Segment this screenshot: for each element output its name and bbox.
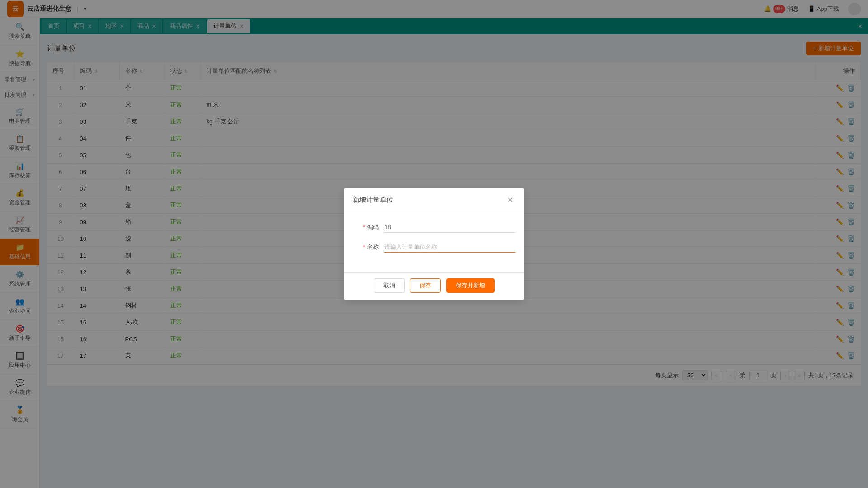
modal-overlay: 新增计量单位 ✕ *编码 *名称 取消 保存 保存并新增 <box>0 0 868 488</box>
modal-title: 新增计量单位 <box>353 196 393 204</box>
add-unit-modal: 新增计量单位 ✕ *编码 *名称 取消 保存 保存并新增 <box>344 188 524 300</box>
form-label-name: *名称 <box>353 243 384 251</box>
modal-header: 新增计量单位 ✕ <box>344 188 524 211</box>
code-input[interactable] <box>384 222 515 233</box>
form-label-code: *编码 <box>353 223 384 231</box>
name-input[interactable] <box>384 242 515 253</box>
save-new-button[interactable]: 保存并新增 <box>446 278 495 293</box>
modal-body: *编码 *名称 <box>344 211 524 272</box>
cancel-button[interactable]: 取消 <box>374 278 405 293</box>
name-required-mark: * <box>363 244 365 250</box>
form-item-name: *名称 <box>353 242 515 253</box>
modal-close-button[interactable]: ✕ <box>505 194 515 205</box>
code-required-mark: * <box>363 224 365 230</box>
save-button[interactable]: 保存 <box>410 278 441 293</box>
form-item-code: *编码 <box>353 222 515 233</box>
modal-footer: 取消 保存 保存并新增 <box>344 272 524 300</box>
